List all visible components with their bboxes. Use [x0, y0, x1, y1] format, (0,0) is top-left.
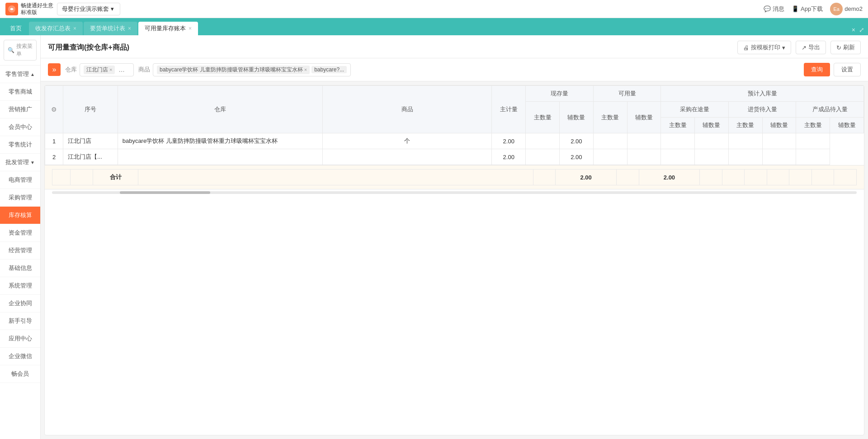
sidebar-item-enterprise[interactable]: 企业协同	[0, 295, 40, 312]
sidebar-search-area: 🔍 搜索菜单	[0, 35, 40, 66]
sidebar-label-operations: 经营管理	[9, 247, 32, 254]
sidebar-label-retail-stats: 零售统计	[9, 141, 32, 148]
sidebar-item-finance[interactable]: 资金管理	[0, 224, 40, 242]
close-window-btn[interactable]: ×	[852, 26, 855, 33]
sidebar-label-marketing: 营销推广	[9, 106, 32, 113]
sidebar-item-system[interactable]: 系统管理	[0, 277, 40, 295]
refresh-btn[interactable]: ↻ 刷新	[830, 41, 861, 54]
filter-toggle-btn[interactable]: »	[48, 63, 61, 76]
sidebar-label-app-center: 应用中心	[9, 335, 32, 342]
tab-orders-close[interactable]: ×	[128, 25, 131, 32]
table-settings-icon[interactable]: ⚙	[51, 106, 57, 113]
th-incoming-aux: 辅数量	[762, 118, 796, 133]
sidebar-label-member: 会员中心	[9, 123, 32, 130]
th-purchase-aux: 辅数量	[695, 118, 729, 133]
sidebar-item-retail-mall[interactable]: 零售商城	[0, 83, 40, 101]
footer-production-aux	[834, 170, 857, 185]
footer-production-main	[811, 170, 834, 185]
footer-purchase-main	[722, 170, 745, 185]
message-btn[interactable]: 💬 消息	[764, 5, 784, 13]
tab-receipts-close[interactable]: ×	[73, 25, 76, 32]
th-available: 可用量	[593, 86, 661, 102]
product-tag-2-text: babycare?...	[314, 66, 344, 73]
sidebar-item-retail-stats[interactable]: 零售统计	[0, 136, 40, 154]
scrollbar-thumb[interactable]	[120, 191, 210, 194]
tab-orders[interactable]: 要货单统计表 ×	[84, 22, 137, 35]
export-btn[interactable]: ↗ 导出	[796, 41, 826, 54]
warehouse-tag-remove[interactable]: ×	[109, 67, 112, 72]
filter-warehouse-field: 仓库 江北门店 × ...	[65, 63, 134, 76]
tab-inventory[interactable]: 可用量库存账本 ×	[138, 22, 198, 35]
sidebar-item-operations[interactable]: 经营管理	[0, 242, 40, 260]
sidebar-item-basic-info[interactable]: 基础信息	[0, 260, 40, 277]
sidebar: 🔍 搜索菜单 零售管理 ▲ 零售商城 营销推广 会员中心 零售统计 批发管理 ▼…	[0, 35, 41, 439]
sidebar-item-wholesale-mgmt[interactable]: 批发管理 ▼	[0, 154, 40, 171]
tab-receipts-label: 收发存汇总表	[35, 24, 71, 33]
th-warehouse: 仓库	[118, 86, 323, 133]
sidebar-item-retail-mgmt[interactable]: 零售管理 ▲	[0, 66, 40, 83]
row1-available-main: 2.00	[559, 133, 593, 149]
user-area[interactable]: Ea demo2	[830, 3, 863, 15]
page-title: 可用量查询(按仓库+商品)	[48, 43, 129, 52]
row2-warehouse: 江北门店【...	[63, 149, 118, 165]
search-icon: 🔍	[8, 47, 14, 53]
sidebar-item-member2[interactable]: 畅会员	[0, 365, 40, 383]
tab-receipts[interactable]: 收发存汇总表 ×	[29, 22, 83, 35]
row1-purchase-main	[627, 133, 661, 149]
filter-warehouse-input[interactable]: 江北门店 × ...	[80, 63, 134, 76]
row1-purchase-aux	[661, 133, 695, 149]
row1-incoming-aux	[728, 133, 762, 149]
row1-production-aux	[796, 133, 830, 149]
sidebar-arrow-wholesale: ▼	[30, 160, 35, 165]
footer-row: 合计 2.00 2.00	[52, 170, 857, 185]
row2-available-main: 2.00	[559, 149, 593, 165]
sidebar-item-inventory-check[interactable]: 库存核算	[0, 207, 40, 224]
sidebar-search-box[interactable]: 🔍 搜索菜单	[4, 40, 37, 61]
sidebar-item-enterprise-wechat[interactable]: 企业微信	[0, 348, 40, 365]
footer-available-main: 2.00	[639, 170, 700, 185]
main-layout: 🔍 搜索菜单 零售管理 ▲ 零售商城 营销推广 会员中心 零售统计 批发管理 ▼…	[0, 35, 868, 439]
query-btn[interactable]: 查询	[804, 63, 830, 76]
settings-btn[interactable]: 设置	[834, 63, 861, 76]
th-purchase-main: 主数量	[661, 118, 695, 133]
print-dropdown-icon: ▾	[782, 44, 785, 51]
sidebar-item-app-center[interactable]: 应用中心	[0, 330, 40, 348]
table-container: ⚙ 序号 仓库 商品 主计量 现存量 可用量 预计入库量 主数量	[44, 85, 864, 435]
row1-product: babycare学饮杯 儿童防摔防撞吸管杯重力球吸嘴杯宝宝水杯	[118, 133, 323, 149]
warehouse-tag-text: 江北门店	[86, 66, 108, 74]
th-incoming-main: 主数量	[728, 118, 762, 133]
print-template-btn[interactable]: 🖨 按模板打印 ▾	[737, 41, 791, 54]
row2-stock-main: 2.00	[492, 149, 526, 165]
row1-no: 1	[45, 133, 63, 149]
tab-inventory-close[interactable]: ×	[189, 25, 192, 32]
sidebar-label-enterprise-wechat: 企业微信	[9, 353, 32, 359]
footer-unit-cell	[533, 170, 556, 185]
tab-home[interactable]: 首页	[4, 22, 28, 35]
filter-product-field: 商品 babycare学饮杯 儿童防摔防撞吸管杯重力球吸嘴杯宝宝水杯 × bab…	[138, 63, 351, 76]
row2-available-aux	[593, 149, 627, 165]
sidebar-item-marketing[interactable]: 营销推广	[0, 101, 40, 118]
message-label: 消息	[773, 5, 784, 13]
tab-home-label: 首页	[10, 24, 22, 33]
filter-warehouse-more[interactable]: ...	[117, 66, 126, 74]
th-no: 序号	[63, 86, 118, 133]
org-selector[interactable]: 母婴行业演示账套 ▾	[57, 3, 120, 15]
app-download-btn[interactable]: 📱 App下载	[792, 5, 823, 13]
product-tag-1-text: babycare学饮杯 儿童防摔防撞吸管杯重力球吸嘴杯宝宝水杯	[160, 66, 303, 74]
max-window-btn[interactable]: ⤢	[859, 26, 864, 33]
sidebar-item-member[interactable]: 会员中心	[0, 118, 40, 136]
sidebar-item-new-guide[interactable]: 新手引导	[0, 312, 40, 330]
scrollbar-track[interactable]	[52, 191, 857, 194]
sidebar-arrow-retail-mgmt: ▲	[30, 72, 35, 77]
table-wrapper: ⚙ 序号 仓库 商品 主计量 现存量 可用量 预计入库量 主数量	[45, 85, 864, 165]
th-settings: ⚙	[45, 86, 63, 133]
filter-product-input[interactable]: babycare学饮杯 儿童防摔防撞吸管杯重力球吸嘴杯宝宝水杯 × babyca…	[153, 63, 351, 76]
refresh-icon: ↻	[836, 44, 841, 51]
footer-stock-main: 2.00	[556, 170, 617, 185]
row2-purchase-aux	[661, 149, 695, 165]
sidebar-item-purchase[interactable]: 采购管理	[0, 189, 40, 207]
logo-main-text: 畅捷通好生意	[21, 2, 53, 9]
product-tag-1-remove[interactable]: ×	[304, 67, 307, 72]
footer-label-cell: 合计	[93, 170, 138, 185]
sidebar-item-ecommerce[interactable]: 电商管理	[0, 171, 40, 189]
